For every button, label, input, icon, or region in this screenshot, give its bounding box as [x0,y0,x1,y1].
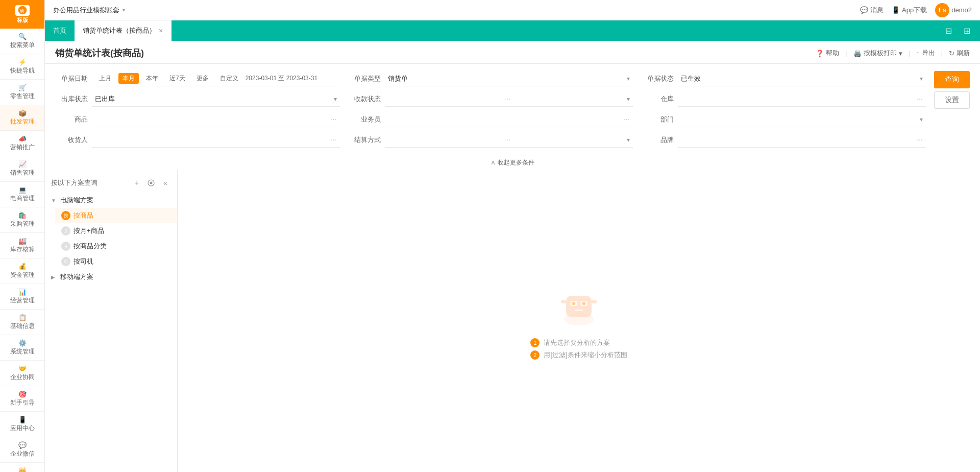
date-7days-btn[interactable]: 近7天 [165,73,189,84]
tree-arrow-pc: ▼ [51,198,57,203]
filter-row-1: 单据日期 上月 本月 本年 近7天 更多 自定义 2023-03-01 至 20… [55,71,926,86]
print-label: 按模板打印 [864,49,897,58]
date-this-year-btn[interactable]: 本年 [142,73,162,84]
message-btn[interactable]: 💬 消息 [860,6,884,15]
by-cashier-label: 按司机 [74,257,93,266]
sidebar-item-finance[interactable]: 💰 资金管理 [0,258,44,284]
sidebar-item-system[interactable]: ⚙️ 系统管理 [0,335,44,361]
payment-status-value[interactable]: ··· ▾ [385,91,633,107]
logo[interactable]: 畅 标版 [0,0,44,29]
help-btn[interactable]: ❓ 帮助 [816,49,839,58]
dept-value[interactable]: ▾ [678,112,926,127]
payment-dots[interactable]: ··· [504,95,510,104]
add-scheme-btn[interactable]: + [131,177,142,188]
salesman-value[interactable]: ··· [385,112,633,127]
settings-btn[interactable]: 设置 [934,91,970,109]
filter-row-3: 商品 ··· 业务员 ··· [55,112,926,127]
workspace-selector[interactable]: 办公用品行业模拟账套 ▾ [53,6,125,15]
date-filter-value[interactable]: 上月 本月 本年 近7天 更多 自定义 2023-03-01 至 2023-03… [92,71,340,86]
collapse-bar[interactable]: ∧ 收起更多条件 [45,155,980,170]
tree-child-by-month-goods[interactable]: 月 按月+商品 [55,223,177,239]
tree-child-by-category[interactable]: 分 按商品分类 [55,239,177,254]
user-info[interactable]: Ea demo2 [935,3,972,17]
goods-dots[interactable]: ··· [330,115,337,124]
sidebar-label-ops: 经营管理 [10,297,35,305]
doc-type-label: 单据类型 [348,74,385,83]
sidebar-item-retail[interactable]: 🛒 零售管理 [0,80,44,105]
sidebar-item-wholesale[interactable]: 📦 批发管理 [0,105,44,131]
tree-label-pc: 电脑端方案 [60,196,93,205]
date-last-month-btn[interactable]: 上月 [95,73,115,84]
app-download-btn[interactable]: 📱 App下载 [892,6,927,15]
receiver-value[interactable]: ··· [92,132,340,148]
filter-col-outstatus: 出库状态 已出库 ▾ [55,91,340,107]
brand-dots[interactable]: ··· [916,135,923,145]
sidebar-item-search[interactable]: 🔍 搜索菜单 [0,29,44,54]
dept-arrow[interactable]: ▾ [920,116,923,123]
settle-dots[interactable]: ··· [504,135,510,145]
tree-arrow-mobile: ▶ [51,274,57,280]
sidebar-item-quicknav[interactable]: ⚡ 快捷导航 [0,54,44,80]
sidebar-item-purchase[interactable]: 🛍️ 采购管理 [0,207,44,233]
doc-type-value[interactable]: 销货单 ▾ [385,71,633,86]
sidebar-item-marketing[interactable]: 📣 营销推广 [0,131,44,156]
tab-maximize-btn[interactable]: ⊞ [960,23,974,38]
app-download-label: App下载 [902,6,927,15]
export-icon: ↑ [916,50,920,57]
doc-status-value[interactable]: 已生效 ▾ [678,71,926,86]
refresh-label: 刷新 [957,49,970,58]
sidebar-item-guide[interactable]: 🎯 新手引导 [0,386,44,412]
tab-active-label: 销货单统计表（按商品） [83,26,156,35]
tree-child-by-cashier[interactable]: 司 按司机 [55,254,177,269]
sidebar-item-sales[interactable]: 📈 销售管理 [0,156,44,182]
sidebar: 畅 标版 🔍 搜索菜单 ⚡ 快捷导航 🛒 零售管理 📦 批发管理 📣 营销推广 … [0,0,45,472]
settle-value[interactable]: ··· ▾ [385,132,633,148]
logo-text: 标版 [17,17,28,23]
sidebar-item-collab[interactable]: 🤝 企业协同 [0,361,44,386]
sidebar-item-ops[interactable]: 📊 经营管理 [0,284,44,310]
print-arrow: ▾ [899,50,902,57]
sidebar-item-basic[interactable]: 📋 基础信息 [0,310,44,335]
date-this-month-btn[interactable]: 本月 [118,73,139,84]
tree-parent-pc[interactable]: ▼ 电脑端方案 [45,193,177,208]
sidebar-item-member[interactable]: 👑 畅会员 [0,463,44,472]
warehouse-value[interactable]: ··· [678,91,926,107]
date-custom-btn[interactable]: 自定义 [216,73,242,84]
out-status-arrow[interactable]: ▾ [334,96,337,103]
doc-status-arrow[interactable]: ▾ [920,75,923,82]
export-btn[interactable]: ↑ 导出 [916,49,935,58]
app-download-icon: 📱 [892,6,900,14]
payment-arrow[interactable]: ▾ [627,96,630,103]
refresh-btn[interactable]: ↻ 刷新 [949,49,970,58]
goods-value[interactable]: ··· [92,112,340,127]
salesman-dots[interactable]: ··· [623,115,630,124]
print-btn[interactable]: 🖨️ 按模板打印 ▾ [853,49,902,58]
doc-type-arrow[interactable]: ▾ [627,75,630,82]
collapse-panel-btn[interactable]: « [160,177,171,188]
tree-parent-mobile[interactable]: ▶ 移动端方案 [45,269,177,285]
tab-active[interactable]: 销货单统计表（按商品） × [75,20,172,41]
sidebar-item-inventory[interactable]: 🏭 库存核算 [0,233,44,258]
sidebar-item-apps[interactable]: 📱 应用中心 [0,412,44,437]
logo-icon: 畅 [15,5,30,16]
tree-child-by-goods[interactable]: 按 按商品 [55,208,177,223]
settle-arrow[interactable]: ▾ [627,136,630,144]
sidebar-item-ecom[interactable]: 💻 电商管理 [0,182,44,207]
receiver-label: 收货人 [55,135,92,145]
top-header: 办公用品行业模拟账套 ▾ 💬 消息 📱 App下载 Ea demo2 [45,0,980,20]
tab-close-icon[interactable]: × [159,27,163,35]
out-status-value[interactable]: 已出库 ▾ [92,91,340,107]
warehouse-dots[interactable]: ··· [916,95,923,104]
empty-illustration [553,283,604,334]
edit-scheme-btn[interactable] [145,177,157,188]
tab-home[interactable]: 首页 [45,20,75,41]
apps-icon: 📱 [18,416,27,423]
tab-minimize-btn[interactable]: ⊟ [941,23,955,38]
btn-group: 查询 设置 [934,71,970,109]
receiver-dots[interactable]: ··· [330,135,337,145]
query-btn[interactable]: 查询 [934,71,970,88]
date-more-btn[interactable]: 更多 [192,73,213,84]
filter-col-receiver: 收货人 ··· [55,132,340,148]
brand-value[interactable]: ··· [678,132,926,148]
sidebar-item-wechat[interactable]: 💬 企业微信 [0,437,44,463]
